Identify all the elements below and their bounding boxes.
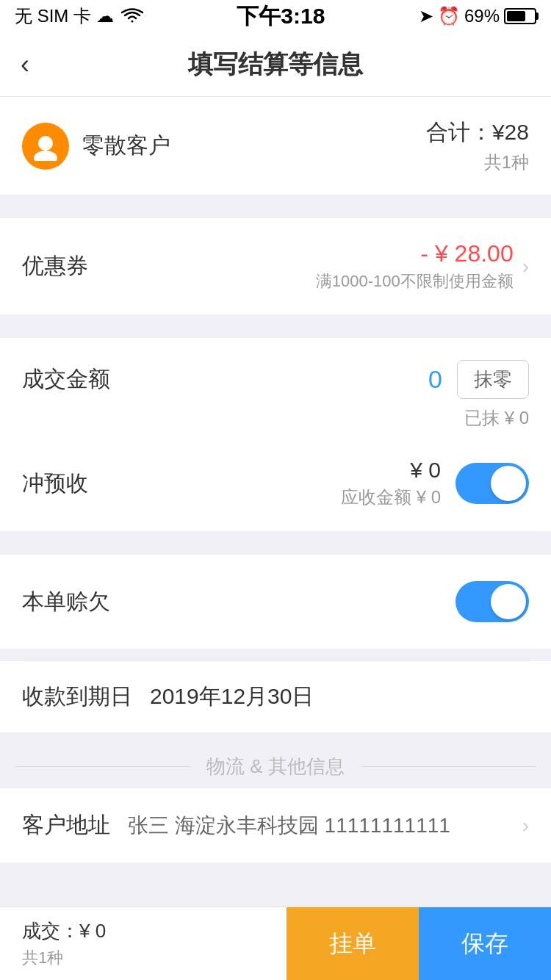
bottom-transaction: 成交：¥ 0: [22, 918, 264, 944]
total-amount: 合计：¥28: [426, 118, 529, 148]
round-button[interactable]: 抹零: [457, 360, 529, 399]
already-rounded: 已抹 ¥ 0: [22, 406, 529, 443]
gray-separator-3: [0, 543, 551, 555]
status-bar: 无 SIM 卡 ☁ 下午3:18 ➤ ⏰ 69%: [0, 0, 551, 32]
coupon-right: - ¥ 28.00 满1000-100不限制使用金额 ›: [316, 240, 529, 292]
bottom-summary: 成交：¥ 0 共1种: [0, 918, 287, 969]
prereceive-toggle[interactable]: [455, 463, 529, 504]
prereceive-amount: ¥ 0: [341, 458, 441, 483]
toggle-knob: [491, 466, 526, 501]
back-button[interactable]: ‹: [21, 49, 29, 80]
chevron-right-icon: ›: [522, 255, 529, 278]
customer-name: 零散客户: [82, 131, 170, 161]
nav-title: 填写结算等信息: [188, 48, 363, 82]
bottom-bar: 成交：¥ 0 共1种 挂单 保存: [0, 907, 551, 980]
customer-right: 合计：¥28 共1种: [426, 118, 529, 174]
coupon-row[interactable]: 优惠券 - ¥ 28.00 满1000-100不限制使用金额 ›: [0, 218, 551, 314]
coupon-discount: - ¥ 28.00: [316, 240, 514, 267]
due-date-section: 收款到期日 2019年12月30日: [0, 661, 551, 732]
status-time: 下午3:18: [237, 1, 325, 32]
debt-toggle-knob: [491, 584, 526, 619]
svg-point-0: [38, 136, 53, 151]
customer-left: 零散客户: [22, 123, 170, 170]
prereceive-value-block: ¥ 0 应收金额 ¥ 0: [341, 458, 441, 509]
total-count: 共1种: [426, 151, 529, 174]
gray-separator-2: [0, 326, 551, 338]
logistics-line-left: [15, 766, 192, 767]
debt-toggle[interactable]: [455, 581, 529, 622]
battery-percent: 69%: [464, 6, 500, 26]
address-chevron-icon: ›: [522, 814, 529, 837]
bottom-transaction-value: ¥ 0: [79, 920, 106, 942]
avatar-icon: [31, 131, 60, 161]
alarm-icon: ⏰: [438, 6, 460, 26]
coupon-desc: 满1000-100不限制使用金额: [316, 270, 514, 292]
due-date-value: 2019年12月30日: [150, 682, 314, 712]
coupon-label: 优惠券: [22, 251, 88, 281]
transaction-value[interactable]: 0: [428, 365, 442, 394]
logistics-line-right: [359, 766, 536, 767]
location-icon: ➤: [419, 6, 433, 26]
prereceive-section: 冲预收 ¥ 0 应收金额 ¥ 0: [0, 443, 551, 531]
logistics-label: 物流 & 其他信息: [206, 754, 345, 779]
wifi-icon: [121, 8, 143, 24]
coupon-value-block: - ¥ 28.00 满1000-100不限制使用金额: [316, 240, 514, 292]
prereceive-label: 冲预收: [22, 469, 88, 499]
due-date-row: 收款到期日 2019年12月30日: [22, 682, 529, 712]
transaction-section: 成交金额 0 抹零 已抹 ¥ 0: [0, 338, 551, 443]
prereceive-receivable: 应收金额 ¥ 0: [341, 486, 441, 509]
debt-section: 本单赊欠: [0, 555, 551, 649]
avatar: [22, 123, 69, 170]
save-button[interactable]: 保存: [419, 907, 551, 981]
address-label: 客户地址: [22, 810, 110, 840]
gray-separator-1: [0, 206, 551, 218]
status-right: ➤ ⏰ 69%: [419, 6, 536, 26]
sim-text: 无 SIM 卡 ☁: [15, 4, 114, 28]
customer-section: 零散客户 合计：¥28 共1种: [0, 97, 551, 195]
customer-row: 零散客户 合计：¥28 共1种: [0, 97, 551, 195]
status-left: 无 SIM 卡 ☁: [15, 4, 143, 28]
transaction-row: 成交金额 0 抹零: [22, 338, 529, 406]
prereceive-right: ¥ 0 应收金额 ¥ 0: [341, 458, 529, 509]
coupon-section[interactable]: 优惠券 - ¥ 28.00 满1000-100不限制使用金额 ›: [0, 218, 551, 314]
bottom-transaction-label: 成交：: [22, 920, 79, 942]
nav-bar: ‹ 填写结算等信息: [0, 32, 551, 97]
address-section[interactable]: 客户地址 张三 海淀永丰科技园 11111111111 ›: [0, 788, 551, 862]
transaction-right: 0 抹零: [428, 360, 529, 399]
prereceive-row: 冲预收 ¥ 0 应收金额 ¥ 0: [0, 443, 551, 531]
bottom-count: 共1种: [22, 947, 264, 969]
transaction-label: 成交金额: [22, 364, 110, 394]
gray-separator-4: [0, 732, 551, 744]
due-date-label: 收款到期日: [22, 682, 132, 712]
logistics-separator: 物流 & 其他信息: [0, 744, 551, 788]
svg-point-1: [34, 151, 57, 161]
debt-label: 本单赊欠: [22, 587, 110, 617]
battery-icon: [504, 8, 536, 24]
address-value: 张三 海淀永丰科技园 11111111111: [128, 812, 522, 840]
hang-button[interactable]: 挂单: [287, 907, 419, 981]
